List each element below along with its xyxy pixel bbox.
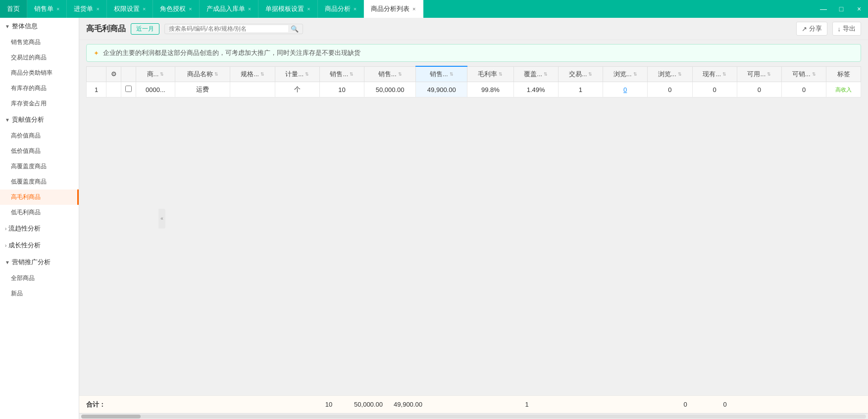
cell-checkbox[interactable] [121,82,136,97]
nav-home[interactable]: 首页 [0,0,27,18]
nav-analysis-list-close[interactable]: × [412,6,415,12]
sidebar-item-all-goods[interactable]: 全部商品 [0,271,79,286]
sidebar-item-stock-capital[interactable]: 库存资金占用 [0,96,79,111]
col-settings[interactable]: ⚙ [106,66,121,82]
nav-production[interactable]: 产成品入库单 × [200,0,258,18]
col-available-stock[interactable]: 可用...⇅ [737,66,781,82]
share-button[interactable]: ↗ 分享 [796,22,827,36]
col-checkbox [121,66,136,82]
sidebar-item-high-margin[interactable]: 高毛利商品 [0,189,79,205]
nav-role-close[interactable]: × [189,6,192,12]
nav-purchase[interactable]: 进货单 × [67,0,106,18]
sidebar-group-trend[interactable]: › 流趋性分析 [0,220,79,237]
nav-purchase-label: 进货单 [74,4,93,13]
col-current-stock[interactable]: 现有...⇅ [692,66,737,82]
sidebar-item-low-coverage[interactable]: 低覆盖度商品 [0,174,79,189]
sidebar-group-overall-label: 整体信息 [12,22,38,31]
sidebar-item-category-rate[interactable]: 商品分类助销率 [0,65,79,81]
cell-browse2: 0 [648,82,692,97]
info-text: 企业的主要的利润都是这部分商品创造的，可考虑加大推广，同时关注库存是不要出现缺货 [103,48,360,57]
cell-transaction: 1 [558,82,603,97]
footer-sales-amt: 50,000.00 [349,400,388,409]
col-spec[interactable]: 规格...⇅ [230,66,275,82]
nav-production-close[interactable]: × [248,6,251,12]
sidebar-group-contribution[interactable]: ▼ 贡献值分析 [0,111,79,128]
col-unit[interactable]: 计量...⇅ [275,66,319,82]
sidebar-item-high-coverage[interactable]: 高覆盖度商品 [0,159,79,174]
nav-template[interactable]: 单据模板设置 × [258,0,317,18]
nav-purchase-close[interactable]: × [96,6,99,12]
sidebar-item-high-value[interactable]: 高价值商品 [0,128,79,143]
nav-template-close[interactable]: × [307,6,310,12]
cell-settings [106,82,121,97]
footer-gross-margin [428,400,467,409]
cell-browse1[interactable]: 0 [603,82,648,97]
export-button[interactable]: ↓ 导出 [832,22,862,36]
nav-permission[interactable]: 权限设置 × [107,0,153,18]
window-controls: — □ × [815,0,868,18]
sidebar-collapse-btn[interactable]: « [158,209,165,229]
nav-analysis[interactable]: 商品分析 × [318,0,364,18]
nav-home-label: 首页 [7,4,20,13]
sidebar-group-marketing[interactable]: ▼ 营销推广分析 [0,254,79,271]
horizontal-scrollbar[interactable] [79,413,868,419]
cell-sales-profit: 49,900.00 [416,82,467,97]
row-checkbox[interactable] [125,86,132,92]
footer-bar: 合计： 10 50,000.00 49,900.00 1 0 0 [79,395,868,413]
col-code[interactable]: 商...⇅ [136,66,175,82]
nav-template-label: 单据模板设置 [265,4,304,13]
sidebar-item-low-value[interactable]: 低价值商品 [0,143,79,159]
col-sales-profit[interactable]: 销售...⇅ [416,66,467,82]
filter-recent-month[interactable]: 近一月 [131,23,159,35]
arrow-icon-trend: › [5,226,6,232]
footer-transaction: 1 [507,400,547,409]
sort-icon-coverage: ⇅ [544,72,548,77]
cell-code: 0000... [136,82,175,97]
sidebar-item-new-goods[interactable]: 新品 [0,286,79,301]
col-sellable[interactable]: 可销...⇅ [781,66,826,82]
col-name[interactable]: 商品名称⇅ [175,66,230,82]
sort-icon-transaction: ⇅ [588,72,592,77]
col-gross-margin[interactable]: 毛利率⇅ [467,66,513,82]
search-input[interactable] [169,25,288,32]
sidebar-group-overall[interactable]: ▼ 整体信息 [0,18,79,35]
sidebar-group-growth[interactable]: › 成长性分析 [0,237,79,254]
cell-unit: 个 [275,82,319,97]
sort-icon-sales-profit: ⇅ [450,72,454,77]
win-close[interactable]: × [850,0,868,18]
nav-analysis-close[interactable]: × [354,6,357,12]
footer-cell-empty2 [136,400,151,409]
col-browse2[interactable]: 浏览...⇅ [648,66,692,82]
sidebar-item-sales-goods[interactable]: 销售览商品 [0,35,79,50]
col-sales-amt[interactable]: 销售...⇅ [364,66,416,82]
data-table: ⚙ 商...⇅ 商品名称⇅ 规格...⇅ 计量...⇅ 销售...⇅ 销售...… [86,66,861,97]
sidebar-item-traded-goods[interactable]: 交易过的商品 [0,50,79,65]
footer-coverage [467,400,507,409]
arrow-icon-overall: ▼ [5,24,10,29]
arrow-icon-contribution: ▼ [5,117,10,123]
nav-permission-close[interactable]: × [143,6,146,12]
sidebar-item-in-stock[interactable]: 有库存的商品 [0,81,79,96]
info-banner: ✦ 企业的主要的利润都是这部分商品创造的，可考虑加大推广，同时关注库存是不要出现… [86,44,861,62]
scroll-thumb[interactable] [81,415,141,419]
share-icon: ↗ [802,25,807,33]
nav-role[interactable]: 角色授权 × [153,0,199,18]
col-sales-qty[interactable]: 销售...⇅ [319,66,364,82]
col-coverage[interactable]: 覆盖...⇅ [513,66,558,82]
win-minimize[interactable]: — [815,0,832,18]
footer-cell-name [180,400,240,409]
nav-sales-close[interactable]: × [56,6,59,12]
col-browse1[interactable]: 浏览...⇅ [603,66,648,82]
scroll-track[interactable] [81,415,866,419]
col-transaction[interactable]: 交易...⇅ [558,66,603,82]
search-icon[interactable]: 🔍 [291,25,299,33]
sort-icon-browse2: ⇅ [678,72,682,77]
content-header: 高毛利商品 近一月 🔍 ↗ 分享 ↓ 导出 [79,18,868,40]
nav-analysis-list[interactable]: 商品分析列表 × [364,0,423,18]
win-maximize[interactable]: □ [832,0,850,18]
cell-gross-margin: 99.8% [467,82,513,97]
nav-production-label: 产成品入库单 [206,4,245,13]
sort-icon-current-stock: ⇅ [722,72,726,77]
nav-sales[interactable]: 销售单 × [27,0,67,18]
sidebar-item-low-margin[interactable]: 低毛利商品 [0,205,79,220]
